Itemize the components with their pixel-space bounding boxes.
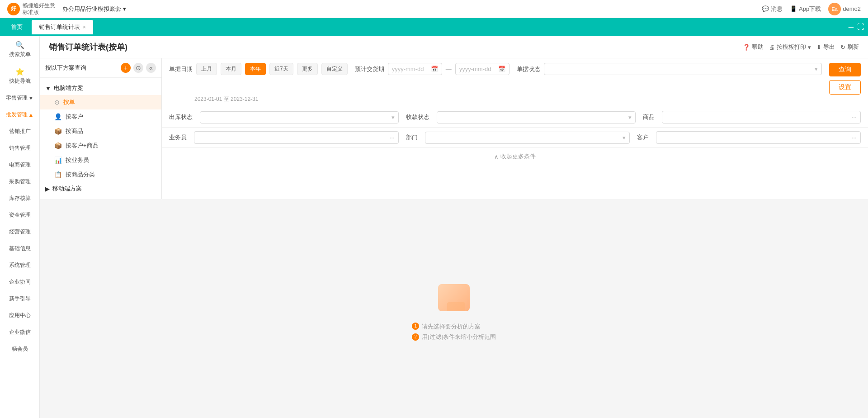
refresh-button[interactable]: ↻ 刷新 (840, 43, 859, 51)
goods-label: 商品 (643, 113, 655, 121)
status-select[interactable]: ▾ (544, 63, 822, 75)
search-icon: 🔍 (15, 41, 24, 49)
date-filter-group: 单据日期 上月 本月 本年 近7天 更多 自定义 (169, 63, 348, 75)
goods-select[interactable]: ··· (662, 111, 861, 124)
download-icon: 📱 (790, 5, 797, 12)
top-section-body: 按以下方案查询 + ⊙ « ▼ 电脑端方案 ⊙ (40, 58, 868, 199)
sidebar-item-search[interactable]: 🔍 搜索菜单 (0, 36, 39, 63)
tab-home[interactable]: 首页 (4, 20, 30, 34)
expected-date-end[interactable]: yyyy-mm-dd 📅 (455, 63, 509, 75)
sidebar-item-basic[interactable]: 基础信息 (0, 240, 39, 257)
salesperson-dots-icon[interactable]: ··· (389, 134, 395, 141)
window-maximize-icon[interactable]: ⛶ (857, 23, 864, 31)
collapse-filters-button[interactable]: ∧ 收起更多条件 (494, 152, 536, 161)
app-selector[interactable]: 办公用品行业模拟账套 ▾ (59, 5, 130, 13)
sidebar: 🔍 搜索菜单 ⭐ 快捷导航 零售管理 ▼ 批发管理 ▲ 营销推广 销售管理 电商… (0, 36, 40, 418)
sidebar-item-finance[interactable]: 资金管理 (0, 207, 39, 223)
chevron-down-icon: ▾ (808, 44, 811, 51)
empty-tips: 1 请先选择要分析的方案 2 用[过滤]条件来缩小分析范围 (412, 321, 495, 342)
help-button[interactable]: ❓ 帮助 (743, 43, 764, 51)
chart-icon: 📊 (54, 157, 62, 164)
payment-status-select[interactable]: ▾ (437, 111, 636, 124)
goods-dots-icon[interactable]: ··· (851, 114, 857, 121)
window-minimize-icon[interactable]: ─ (849, 23, 854, 31)
tab-bar: 首页 销售订单统计表 × ─ ⛶ (0, 18, 868, 36)
logo-text: 畅捷通好生意 标准版 (23, 2, 55, 15)
query-button[interactable]: 查询 (829, 63, 861, 76)
edit-scheme-button[interactable]: ⊙ (133, 63, 143, 73)
scheme-item-by-order[interactable]: ⊙ 按单 (40, 95, 161, 109)
scheme-item-by-customer-goods[interactable]: 📦 按客户+商品 (40, 138, 161, 153)
date-btn-this-year[interactable]: 本年 (245, 63, 266, 75)
top-bar: 好 畅捷通好生意 标准版 办公用品行业模拟账套 ▾ 💬 消息 📱 App下载 E… (0, 0, 868, 18)
date-btn-more[interactable]: 更多 (297, 63, 318, 75)
filter-row-1: 单据日期 上月 本月 本年 近7天 更多 自定义 预计交货期 y (162, 58, 868, 95)
sidebar-item-wechat[interactable]: 企业微信 (0, 324, 39, 341)
date-btn-custom[interactable]: 自定义 (321, 63, 348, 75)
collapse-panel-button[interactable]: « (146, 63, 156, 73)
scheme-item-by-goods[interactable]: 📦 按商品 (40, 124, 161, 138)
chevron-down-icon2: ▾ (628, 114, 632, 121)
add-scheme-button[interactable]: + (121, 63, 131, 73)
export-button[interactable]: ⬇ 导出 (816, 43, 835, 51)
salesperson-select[interactable]: ··· (194, 131, 399, 144)
sidebar-item-sales[interactable]: 销售管理 (0, 140, 39, 157)
scheme-section-desktop[interactable]: ▼ 电脑端方案 (40, 81, 161, 95)
sidebar-item-retail[interactable]: 零售管理 ▼ (0, 90, 39, 106)
sidebar-item-corp[interactable]: 企业协同 (0, 274, 39, 290)
star-icon: ⭐ (15, 67, 24, 76)
app-download-button[interactable]: 📱 App下载 (790, 5, 821, 13)
sidebar-item-marketing[interactable]: 营销推广 (0, 123, 39, 140)
sidebar-item-guide[interactable]: 新手引导 (0, 290, 39, 307)
chevron-down-icon: ▾ (815, 66, 818, 72)
settings-button[interactable]: 设置 (829, 80, 861, 95)
avatar: Ea (828, 3, 841, 15)
sidebar-item-system[interactable]: 系统管理 (0, 257, 39, 274)
sidebar-item-shortcut[interactable]: ⭐ 快捷导航 (0, 63, 39, 90)
print-button[interactable]: 🖨 按模板打印 ▾ (769, 43, 811, 51)
sidebar-item-appcenter[interactable]: 应用中心 (0, 307, 39, 324)
export-icon: ⬇ (816, 44, 821, 51)
customer-select[interactable]: ··· (656, 131, 861, 144)
sidebar-item-wholesale[interactable]: 批发管理 ▲ (0, 106, 39, 123)
ship-status-select[interactable]: ▾ (200, 111, 399, 124)
empty-tip-2: 2 用[过滤]条件来缩小分析范围 (412, 332, 495, 342)
sidebar-item-member[interactable]: 畅会员 (0, 341, 39, 357)
empty-state: 1 请先选择要分析的方案 2 用[过滤]条件来缩小分析范围 (40, 199, 868, 418)
date-btn-last-month[interactable]: 上月 (196, 63, 217, 75)
scheme-item-by-salesperson[interactable]: 📊 按业务员 (40, 153, 161, 167)
left-panel-header: 按以下方案查询 + ⊙ « (40, 58, 161, 78)
customer-label: 客户 (637, 133, 649, 142)
expected-date-start[interactable]: yyyy-mm-dd 📅 (388, 63, 442, 75)
category-icon: 📋 (54, 171, 62, 178)
date-btn-7days[interactable]: 近7天 (269, 63, 293, 75)
tab-sales-order[interactable]: 销售订单统计表 × (32, 20, 93, 34)
collapse-icon: ∧ (494, 153, 499, 160)
customer-dots-icon[interactable]: ··· (851, 134, 857, 141)
empty-image (431, 275, 476, 316)
empty-box-lid (447, 302, 465, 311)
user-area[interactable]: Ea demo2 (828, 3, 861, 15)
left-panel-title: 按以下方案查询 (45, 64, 86, 72)
date-separator: — (446, 66, 452, 72)
scheme-item-by-category[interactable]: 📋 按商品分类 (40, 167, 161, 182)
sidebar-item-inventory[interactable]: 库存核算 (0, 190, 39, 207)
scheme-item-by-customer[interactable]: 👤 按客户 (40, 109, 161, 124)
sidebar-item-ecommerce[interactable]: 电商管理 (0, 157, 39, 173)
department-select[interactable]: ▾ (425, 132, 630, 144)
tab-close-icon[interactable]: × (83, 24, 86, 30)
content-area: 销售订单统计表(按单) ❓ 帮助 🖨 按模板打印 ▾ ⬇ 导出 ↻ 刷新 (40, 36, 868, 418)
sidebar-item-business[interactable]: 经营管理 (0, 223, 39, 240)
message-button[interactable]: 💬 消息 (762, 5, 783, 13)
left-panel-actions: + ⊙ « (121, 63, 156, 73)
date-btn-this-month[interactable]: 本月 (221, 63, 241, 75)
empty-tip-1: 1 请先选择要分析的方案 (412, 321, 495, 332)
payment-status-label: 收款状态 (406, 113, 429, 121)
left-panel: 按以下方案查询 + ⊙ « ▼ 电脑端方案 ⊙ (40, 58, 162, 199)
chevron-down-icon: ▾ (123, 5, 126, 12)
scheme-section-mobile[interactable]: ▶ 移动端方案 (40, 182, 161, 195)
sidebar-item-purchase[interactable]: 采购管理 (0, 173, 39, 190)
chevron-down-icon: ▾ (392, 114, 395, 121)
filter-row-3: 业务员 ··· 部门 ▾ 客户 ··· (162, 127, 868, 147)
bottom-area: 1 请先选择要分析的方案 2 用[过滤]条件来缩小分析范围 (40, 199, 868, 418)
